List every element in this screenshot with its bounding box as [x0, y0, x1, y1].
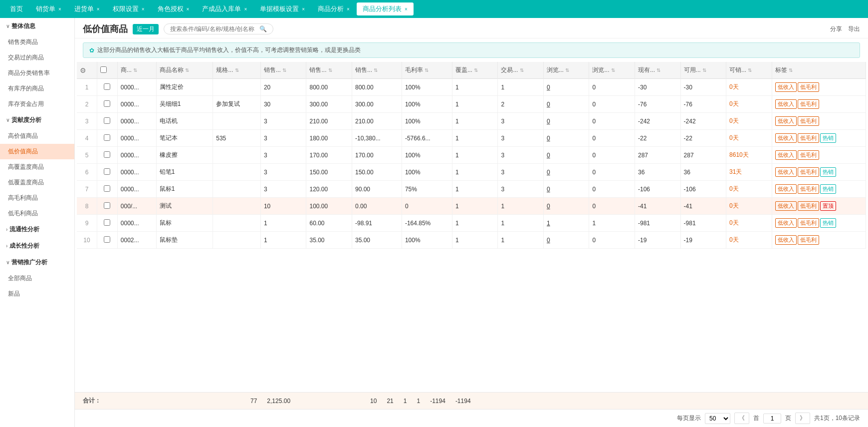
col-label: 浏览...	[592, 66, 609, 73]
nav-item-商品分析[interactable]: 商品分析×	[312, 2, 356, 15]
col-header-code[interactable]: 商... ⇅	[117, 62, 156, 79]
sidebar-group-贡献度分析[interactable]: ∨贡献度分析	[0, 112, 74, 128]
table-body: 1 0000... 属性定价 20 800.00 800.00 100% 1 1…	[77, 79, 866, 249]
col-header-current[interactable]: 现有... ⇅	[635, 62, 681, 79]
sidebar-item-商品分类销售率[interactable]: 商品分类销售率	[0, 65, 74, 81]
period-button[interactable]: 近一月	[133, 24, 159, 34]
nav-item-商品分析列表[interactable]: 商品分析列表×	[357, 2, 414, 15]
col-header-spec[interactable]: 规格... ⇅	[213, 62, 261, 79]
row-days: 0天	[726, 215, 772, 232]
row-checkbox[interactable]	[104, 100, 110, 107]
view1-link[interactable]: 0	[547, 135, 550, 142]
col-header-tags[interactable]: 标签 ⇅	[772, 62, 866, 79]
row-checkbox[interactable]	[104, 134, 110, 141]
nav-item-销货单[interactable]: 销货单×	[30, 2, 67, 15]
close-icon[interactable]: ×	[97, 6, 100, 12]
row-checkbox[interactable]	[104, 83, 110, 90]
row-checkbox[interactable]	[104, 117, 110, 124]
sidebar-group-成长性分析[interactable]: ›成长性分析	[0, 238, 74, 254]
col-header-amount[interactable]: 销售... ⇅	[306, 62, 352, 79]
sidebar-item-库存资金占用[interactable]: 库存资金占用	[0, 96, 74, 112]
row-available: -981	[680, 215, 726, 232]
col-header-saleable[interactable]: 可销... ⇅	[726, 62, 772, 79]
tag-低收入: 低收入	[775, 82, 797, 92]
sidebar-group-营销推广分析[interactable]: ∨营销推广分析	[0, 254, 74, 271]
row-checkbox[interactable]	[104, 202, 110, 209]
per-page-select[interactable]: 50 100 200	[705, 413, 730, 424]
sidebar-item-销售类商品[interactable]: 销售类商品	[0, 34, 74, 50]
nav-item-进货单[interactable]: 进货单×	[68, 2, 106, 15]
search-input[interactable]	[170, 25, 256, 32]
close-icon[interactable]: ×	[405, 6, 408, 12]
view1-link[interactable]: 0	[547, 203, 550, 210]
view1-link[interactable]: 0	[547, 118, 550, 125]
col-header-coverage[interactable]: 覆盖... ⇅	[452, 62, 498, 79]
nav-item-产成品入库单[interactable]: 产成品入库单×	[196, 2, 253, 15]
row-days: 31天	[726, 164, 772, 181]
nav-item-单据模板设置[interactable]: 单据模板设置×	[254, 2, 311, 15]
row-checkbox[interactable]	[104, 185, 110, 192]
sidebar-item-高毛利商品[interactable]: 高毛利商品	[0, 190, 74, 206]
gear-icon[interactable]: ⚙	[80, 66, 86, 74]
row-checkbox[interactable]	[104, 151, 110, 158]
page-input[interactable]	[763, 414, 781, 424]
view1-link[interactable]: 1	[547, 220, 550, 227]
view1-link[interactable]: 0	[547, 152, 550, 159]
tag-热销: 热销	[820, 184, 836, 194]
nav-item-权限设置[interactable]: 权限设置×	[107, 2, 151, 15]
row-qty: 20	[260, 79, 306, 96]
sidebar-item-低价值商品[interactable]: 低价值商品	[0, 144, 74, 159]
row-transaction: 3	[498, 181, 544, 198]
sidebar-item-交易过的商品[interactable]: 交易过的商品	[0, 50, 74, 65]
table-row: 7 0000... 鼠标1 3 120.00 90.00 75% 1 3 0 0…	[77, 181, 866, 198]
select-all-checkbox[interactable]	[100, 66, 107, 73]
row-name: 属性定价	[156, 79, 213, 96]
view1-link[interactable]: 0	[547, 237, 550, 244]
sidebar-item-低覆盖度商品[interactable]: 低覆盖度商品	[0, 175, 74, 190]
close-icon[interactable]: ×	[302, 6, 305, 12]
close-icon[interactable]: ×	[244, 6, 247, 12]
view1-link[interactable]: 0	[547, 84, 550, 91]
row-tags: 低收入低毛利	[772, 113, 866, 130]
col-header-view1[interactable]: 浏览... ⇅	[543, 62, 589, 79]
row-checkbox[interactable]	[104, 236, 110, 243]
export-button[interactable]: 导出	[848, 25, 860, 33]
next-page-btn[interactable]: 》	[795, 413, 810, 424]
sort-icon: ⇅	[748, 67, 752, 73]
view1-link[interactable]: 0	[547, 186, 550, 193]
col-header-name[interactable]: 商品名称 ⇅	[156, 62, 213, 79]
close-icon[interactable]: ×	[58, 6, 61, 12]
col-header-avgPrice[interactable]: 销售... ⇅	[352, 62, 402, 79]
row-code: 0000...	[117, 164, 156, 181]
sidebar-group-流通性分析[interactable]: ›流通性分析	[0, 221, 74, 238]
row-code: 0000...	[117, 96, 156, 113]
close-icon[interactable]: ×	[347, 6, 350, 12]
sidebar-item-新品[interactable]: 新品	[0, 286, 74, 302]
sidebar-item-全部商品[interactable]: 全部商品	[0, 271, 74, 286]
sidebar-item-高价值商品[interactable]: 高价值商品	[0, 128, 74, 144]
table-container[interactable]: ⚙商... ⇅商品名称 ⇅规格... ⇅销售... ⇅销售... ⇅销售... …	[77, 62, 866, 392]
sidebar-item-低毛利商品[interactable]: 低毛利商品	[0, 206, 74, 221]
row-checkbox[interactable]	[104, 219, 110, 226]
nav-item-首页[interactable]: 首页	[4, 2, 29, 15]
col-header-checkbox[interactable]	[97, 62, 118, 79]
col-header-available[interactable]: 可用... ⇅	[680, 62, 726, 79]
sidebar-group-整体信息[interactable]: ∨整体信息	[0, 18, 74, 34]
share-button[interactable]: 分享	[830, 25, 842, 33]
view1-link[interactable]: 0	[547, 169, 550, 176]
nav-item-角色授权[interactable]: 角色授权×	[152, 2, 196, 15]
col-header-view2[interactable]: 浏览... ⇅	[589, 62, 635, 79]
close-icon[interactable]: ×	[142, 6, 145, 12]
sidebar-item-高覆盖度商品[interactable]: 高覆盖度商品	[0, 159, 74, 175]
first-page-btn[interactable]: 《	[734, 413, 749, 424]
row-days: 0天	[726, 113, 772, 130]
col-header-gear[interactable]: ⚙	[77, 62, 97, 79]
sidebar-item-有库序的商品[interactable]: 有库序的商品	[0, 81, 74, 96]
col-header-transaction[interactable]: 交易... ⇅	[498, 62, 544, 79]
col-header-margin[interactable]: 毛利率 ⇅	[402, 62, 452, 79]
col-header-qty[interactable]: 销售... ⇅	[260, 62, 306, 79]
row-coverage: 1	[452, 96, 498, 113]
view1-link[interactable]: 0	[547, 101, 550, 108]
row-checkbox[interactable]	[104, 168, 110, 175]
close-icon[interactable]: ×	[187, 6, 190, 12]
